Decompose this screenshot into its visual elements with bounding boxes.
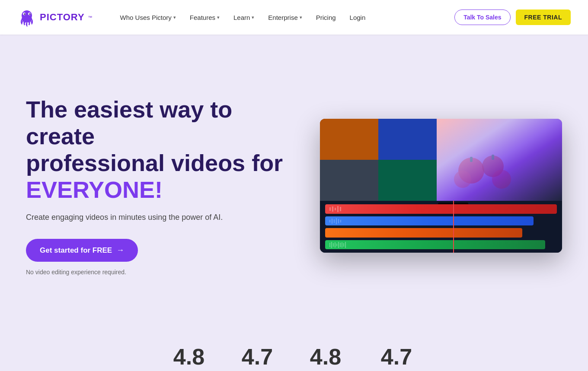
logo-label: PICTORY [40,12,85,23]
svg-point-15 [454,171,471,188]
waveform-green [329,241,545,248]
rating-software-advice: 4.7 ★★★★★ Software Advice ™ [373,346,420,371]
hero-note: No video editing experience required. [26,269,285,276]
hero-subtext: Create engaging videos in minutes using … [26,212,285,223]
waveform-bars [329,206,546,212]
svg-rect-39 [345,242,346,248]
svg-rect-24 [329,220,330,222]
nav-item-enterprise[interactable]: Enterprise ▾ [263,10,307,25]
chevron-down-icon: ▾ [252,15,254,20]
svg-rect-29 [340,220,341,222]
svg-rect-9 [378,160,437,201]
svg-rect-26 [334,219,335,223]
nav-item-pricing[interactable]: Pricing [311,10,341,25]
svg-rect-34 [336,244,337,246]
svg-rect-27 [336,218,337,224]
svg-rect-30 [329,243,330,247]
timeline-track-audio2 [325,228,522,238]
svg-point-3 [24,13,26,15]
svg-rect-8 [320,160,378,201]
svg-rect-23 [340,207,341,211]
nav-item-features[interactable]: Features ▾ [185,10,225,25]
svg-rect-22 [337,206,339,212]
free-trial-button[interactable]: FREE TRIAL [516,10,571,25]
talk-to-sales-button[interactable]: Talk To Sales [454,10,510,25]
nav-item-who-uses[interactable]: Who Uses Pictory ▾ [115,10,181,25]
logo[interactable]: PICTORY™ [17,8,93,27]
svg-rect-21 [335,208,336,210]
svg-rect-35 [338,242,339,248]
timeline-area: 04230111.mov [320,201,562,253]
navbar: PICTORY™ Who Uses Pictory ▾ Features ▾ L… [0,0,588,35]
svg-rect-38 [343,243,344,247]
svg-point-16 [492,170,511,189]
mockup-video-panel-left [320,119,437,201]
svg-rect-18 [492,155,494,160]
waveform-blue [329,218,534,225]
svg-point-14 [482,155,504,177]
video-editor-mockup: 04230111.mov [320,119,562,253]
svg-rect-25 [332,219,332,224]
svg-rect-36 [340,243,341,247]
rating-feefo: 4.8 ★★★★★ feefo [304,346,347,371]
rating-capterra: 4.7 ★★★★★ ▶ Capterra [236,346,278,371]
chevron-down-icon: ▾ [217,15,220,20]
nav-ctas: Talk To Sales FREE TRIAL [454,10,571,25]
svg-rect-28 [338,219,339,223]
mockup-top-panels [320,119,562,201]
hero-heading-highlight: EVERYONE! [26,177,163,203]
svg-point-5 [22,16,32,22]
timeline-track-music [325,240,545,250]
octopus-logo-icon [17,8,36,27]
svg-rect-11 [342,144,356,157]
g2-score: 4.8 [173,346,205,368]
hero-heading: The easiest way to create professional v… [26,96,285,203]
chevron-down-icon: ▾ [173,15,176,20]
svg-rect-7 [378,119,437,160]
svg-rect-37 [342,242,342,247]
ratings-section: 4.8 ★★★★★ G2 4.7 ★★★★★ ▶ Capterra 4.8 ★★… [0,328,588,371]
video-frames-right [437,119,562,201]
logo-tm: ™ [88,15,93,20]
hero-section: The easiest way to create professional v… [0,35,588,328]
timeline-track-audio1 [325,216,534,226]
arrow-right-icon: → [116,246,124,255]
video-frames-left [320,119,437,201]
hero-right: 04230111.mov [303,119,562,253]
feefo-score: 4.8 [310,346,341,368]
svg-rect-17 [470,157,473,162]
softwareadvice-score: 4.7 [381,346,412,368]
nav-item-login[interactable]: Login [345,10,371,25]
svg-point-10 [341,128,357,144]
svg-point-13 [458,158,484,184]
chevron-down-icon: ▾ [300,15,302,20]
capterra-score: 4.7 [242,346,273,368]
svg-rect-19 [329,207,331,211]
rating-g2: 4.8 ★★★★★ G2 [168,346,210,371]
svg-rect-12 [437,119,562,201]
svg-rect-33 [335,242,336,247]
nav-item-learn[interactable]: Learn ▾ [228,10,259,25]
hero-left: The easiest way to create professional v… [26,96,285,276]
nav-links: Who Uses Pictory ▾ Features ▾ Learn ▾ En… [115,10,441,25]
timeline-track-video [325,204,557,214]
svg-rect-6 [320,119,378,160]
playhead-indicator [453,201,454,253]
svg-rect-20 [332,206,333,212]
svg-point-4 [29,13,31,15]
svg-rect-31 [331,242,332,248]
svg-rect-32 [333,243,334,247]
mockup-video-panel-right [437,119,562,201]
get-started-button[interactable]: Get started for FREE → [26,239,138,262]
